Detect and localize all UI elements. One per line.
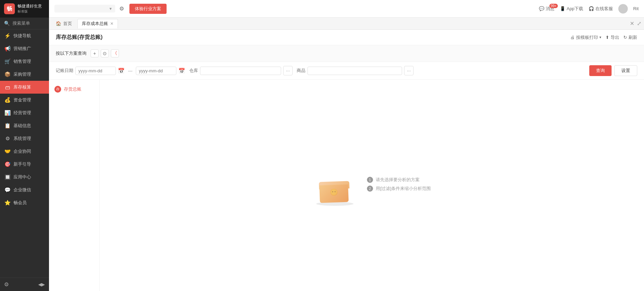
logo-icon: 畅 (4, 3, 15, 14)
topbar-search[interactable]: ▾ (54, 5, 115, 13)
basic-info-icon: 📋 (4, 123, 11, 129)
marketing-icon: 📢 (4, 46, 11, 52)
filter-row: 记账日期 📅 — 📅 仓库 ··· 商品 ··· 查询 设置 (49, 62, 644, 80)
tab-inventory-cost[interactable]: 库存成本总账 ✕ (77, 19, 118, 28)
sidebar-search-label: 搜索菜单 (13, 20, 30, 26)
sidebar-item-label: 基础信息 (14, 123, 45, 129)
settings-button[interactable]: 设置 (614, 65, 637, 76)
filter-collapse-button[interactable]: 《 (111, 49, 119, 57)
hint-2-text: 用[过滤]条件来缩小分析范围 (376, 186, 431, 192)
sidebar-item-label: 库存核算 (14, 84, 45, 90)
sidebar-item-finance[interactable]: 💰 资金管理 (0, 94, 49, 106)
tab-close-icon[interactable]: ✕ (110, 21, 114, 26)
tab-home[interactable]: 🏠 首页 (52, 19, 76, 28)
panel-expand-icon[interactable]: ⤢ (637, 20, 641, 27)
sidebar-item-label: 新手引导 (14, 161, 45, 167)
goods-input[interactable] (307, 67, 402, 75)
warehouse-filter-group: 仓库 ··· (189, 66, 293, 75)
goods-filter-group: 商品 ··· (297, 66, 414, 75)
sidebar-item-system[interactable]: ⚙ 系统管理 (0, 132, 49, 145)
warehouse-filter-label: 仓库 (189, 68, 198, 74)
refresh-icon: ↻ (623, 35, 627, 40)
date-start-calendar-icon[interactable]: 📅 (118, 68, 125, 74)
sales-icon: 🛒 (4, 58, 11, 65)
date-start-input[interactable] (75, 67, 116, 75)
sidebar-item-inventory[interactable]: 🗃 库存核算 (0, 81, 49, 94)
topbar: ▾ ⚙ 体验行业方案 💬 消息 99+ 📱 App下载 🎧 在线客服 Rit (49, 0, 644, 18)
sidebar-item-sales[interactable]: 🛒 销售管理 (0, 55, 49, 68)
goods-filter-label: 商品 (297, 68, 305, 74)
filter-section-label: 按以下方案查询 (56, 50, 86, 56)
topbar-online-service[interactable]: 🎧 在线客服 (589, 6, 613, 12)
sidebar-item-purchase[interactable]: 📦 采购管理 (0, 68, 49, 81)
sidebar-item-label: 企业协同 (14, 148, 45, 154)
headset-icon: 🎧 (589, 6, 594, 11)
step-2-num: 2 (367, 186, 373, 192)
app-version: 标准版 (18, 9, 42, 14)
export-label: 导出 (611, 34, 619, 41)
refresh-button[interactable]: ↻ 刷新 (623, 34, 637, 41)
export-button[interactable]: ⬆ 导出 (605, 34, 619, 41)
page-header: 库存总账(存货总账) 🖨 按模板打印 ▾ ⬆ 导出 ↻ 刷新 (49, 30, 644, 45)
sidebar-item-label: 资金管理 (14, 97, 45, 103)
sidebar-item-member[interactable]: ⭐ 畅会员 (0, 196, 49, 209)
page-header-actions: 🖨 按模板打印 ▾ ⬆ 导出 ↻ 刷新 (570, 34, 637, 41)
trial-button[interactable]: 体验行业方案 (129, 4, 167, 14)
query-actions: 查询 设置 (589, 65, 637, 76)
content-body: 存 存货总账 😶 (49, 80, 644, 291)
topbar-app-download[interactable]: 📱 App下载 (560, 6, 583, 12)
app-name: 畅捷通好生意 (18, 4, 42, 9)
sidebar-item-basic-info[interactable]: 📋 基础信息 (0, 119, 49, 132)
sidebar-item-enterprise[interactable]: 🤝 企业协同 (0, 145, 49, 158)
sidebar-item-operations[interactable]: 📊 经营管理 (0, 106, 49, 119)
topbar-right: 💬 消息 99+ 📱 App下载 🎧 在线客服 Rit (539, 4, 639, 14)
side-filter-item-inventory[interactable]: 存 存货总账 (49, 83, 99, 95)
phone-icon: 📱 (560, 6, 565, 11)
refresh-label: 刷新 (628, 34, 637, 41)
print-label: 按模板打印 (576, 34, 598, 41)
sidebar: 畅 畅捷通好生意 标准版 🔍 搜索菜单 ⚡ 快捷导航 📢 营销推广 🛒 销售管理… (0, 0, 49, 291)
system-icon: ⚙ (4, 136, 11, 142)
sidebar-item-wechat[interactable]: 💬 企业微信 (0, 184, 49, 196)
service-label: 在线客服 (595, 6, 613, 12)
print-button[interactable]: 🖨 按模板打印 ▾ (570, 34, 601, 41)
quick-nav-icon: ⚡ (4, 33, 11, 39)
enterprise-icon: 🤝 (4, 148, 11, 154)
panel-close-icon[interactable]: ✕ (630, 20, 634, 27)
query-button[interactable]: 查询 (589, 65, 612, 76)
tab-bar: 🏠 首页 库存成本总账 ✕ ✕ ⤢ (49, 18, 644, 30)
filter-actions: + ⊙ 《 (91, 49, 119, 57)
warehouse-input[interactable] (200, 67, 281, 75)
message-icon: 💬 (539, 6, 544, 11)
topbar-messages[interactable]: 💬 消息 99+ (539, 6, 554, 12)
sidebar-item-label: 畅会员 (14, 200, 45, 206)
sidebar-item-label: 快捷导航 (14, 33, 45, 39)
sidebar-item-quick-nav[interactable]: ⚡ 快捷导航 (0, 29, 49, 42)
settings-footer-icon[interactable]: ⚙ (4, 281, 9, 288)
filter-add-button[interactable]: + (91, 49, 99, 57)
warehouse-more-button[interactable]: ··· (283, 66, 293, 75)
username-label[interactable]: Rit (633, 6, 639, 11)
sidebar-item-marketing[interactable]: 📢 营销推广 (0, 42, 49, 55)
sidebar-item-label: 销售管理 (14, 58, 45, 65)
home-icon: 🏠 (56, 21, 61, 26)
goods-more-button[interactable]: ··· (404, 66, 414, 75)
user-avatar (618, 4, 628, 14)
sidebar-item-guide[interactable]: 🎯 新手引导 (0, 158, 49, 171)
sidebar-search[interactable]: 🔍 搜索菜单 (0, 18, 49, 29)
date-separator: — (128, 68, 132, 73)
date-end-calendar-icon[interactable]: 📅 (178, 68, 185, 74)
filter-settings-button[interactable]: ⊙ (101, 49, 109, 57)
tab-inventory-label: 库存成本总账 (82, 21, 108, 27)
sidebar-item-app-center[interactable]: 🔲 应用中心 (0, 171, 49, 184)
side-filter-icon: 存 (54, 86, 61, 93)
hint-step-2: 2 用[过滤]条件来缩小分析范围 (367, 186, 431, 192)
date-end-input[interactable] (136, 67, 176, 75)
notification-badge: 99+ (549, 4, 558, 8)
date-filter-label: 记账日期 (56, 68, 73, 74)
side-filter-panel: 存 存货总账 (49, 80, 100, 291)
side-filter-item-label: 存货总账 (64, 86, 81, 92)
collapse-footer-icon[interactable]: ◀▶ (38, 282, 45, 287)
topbar-gear-icon[interactable]: ⚙ (119, 5, 124, 12)
hint-1-text: 请先选择要分析的方案 (376, 177, 420, 183)
